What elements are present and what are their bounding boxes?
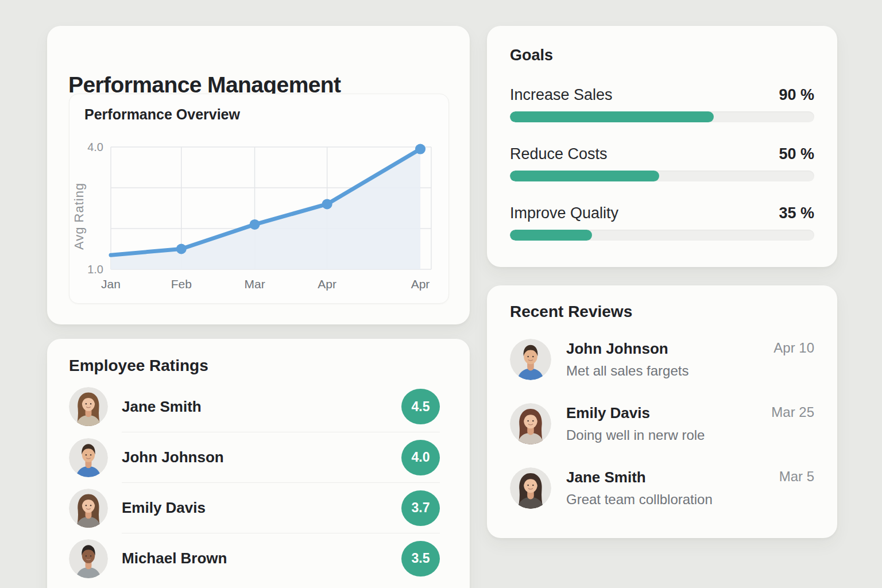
svg-text:Jan: Jan: [101, 277, 121, 291]
goal-progress-track: [510, 111, 814, 122]
employee-name: John Johnson: [122, 448, 224, 466]
goal-progress-fill: [510, 230, 592, 241]
svg-text:Apr: Apr: [411, 277, 430, 291]
divider: [69, 432, 122, 432]
goal-progress-fill: [510, 111, 714, 122]
svg-text:1.0: 1.0: [87, 263, 103, 276]
rating-badge: 3.7: [401, 490, 440, 526]
rating-badge: 4.5: [401, 389, 440, 424]
avatar: [510, 403, 551, 444]
review-comment: Met all sales fargets: [566, 363, 688, 379]
svg-text:Avg Rating: Avg Rating: [72, 183, 86, 250]
goal-row-improve-quality: Improve Quality 35 %: [510, 204, 814, 241]
goal-progress-track: [510, 230, 814, 241]
review-row-emily-davis[interactable]: Emily Davis Doing well in nerw role Mar …: [510, 392, 814, 456]
goal-progress-fill: [510, 171, 659, 181]
goal-label: Improve Quality: [510, 204, 618, 222]
svg-text:Apr: Apr: [318, 277, 336, 291]
avatar: [510, 339, 551, 380]
employee-row-emily-davis[interactable]: Emily Davis 3.7: [69, 482, 440, 533]
goals-card: Goals Increase Sales 90 % Reduce Costs 5…: [487, 26, 837, 267]
employee-ratings-card: Employee Ratings Jane Smith 4.5: [47, 339, 470, 588]
divider: [69, 533, 122, 533]
review-comment: Doing well in nerw role: [566, 427, 705, 443]
employee-row-jane-smith[interactable]: Jane Smith 4.5: [69, 381, 440, 432]
employee-name: Jane Smith: [122, 398, 202, 416]
review-row-john-johnson[interactable]: John Johnson Met all sales fargets Apr 1…: [510, 327, 814, 392]
rating-badge: 4.0: [401, 440, 440, 475]
goal-label: Reduce Costs: [510, 145, 608, 163]
goal-row-increase-sales: Increase Sales 90 %: [510, 86, 814, 122]
avatar: [69, 387, 108, 426]
employee-ratings-title: Employee Ratings: [69, 357, 440, 375]
divider: [69, 482, 122, 483]
goal-progress-track: [510, 171, 814, 181]
review-date: Apr 10: [773, 340, 814, 356]
svg-text:Mar: Mar: [244, 277, 265, 291]
performance-card: Performance Management Performance Overv…: [47, 26, 470, 324]
avatar: [69, 438, 108, 477]
avatar: [69, 489, 108, 528]
recent-reviews-title: Recent Reviews: [510, 303, 814, 321]
review-date: Mar 25: [771, 404, 814, 420]
goal-label: Increase Sales: [510, 86, 613, 104]
goal-row-reduce-costs: Reduce Costs 50 %: [510, 145, 814, 181]
reviewer-name: Jane Smith: [566, 469, 713, 486]
review-date: Mar 5: [779, 469, 814, 485]
goals-title: Goals: [510, 47, 814, 64]
employee-row-john-johnson[interactable]: John Johnson 4.0: [69, 432, 440, 482]
recent-reviews-card: Recent Reviews John Johnson Met all sale…: [487, 285, 837, 538]
avatar: [69, 539, 108, 578]
reviewer-name: John Johnson: [566, 340, 688, 358]
employee-name: Emily Davis: [122, 499, 206, 517]
performance-overview-card: Performance Overview 4.01.0JanFebMarAprA…: [69, 94, 449, 304]
employee-row-michael-brown[interactable]: Michael Brown 3.5: [69, 533, 440, 583]
review-comment: Great team collbloration: [566, 492, 713, 508]
svg-text:4.0: 4.0: [87, 141, 103, 153]
reviewer-name: Emily Davis: [566, 404, 705, 422]
goal-percent: 90 %: [779, 86, 814, 104]
performance-chart: 4.01.0JanFebMarAprAprAvg Rating: [69, 130, 442, 297]
avatar: [510, 467, 551, 509]
goal-percent: 50 %: [779, 145, 814, 163]
rating-badge: 3.5: [401, 541, 440, 577]
goal-percent: 35 %: [779, 204, 814, 222]
svg-text:Feb: Feb: [171, 277, 192, 291]
chart-title: Performance Overview: [84, 106, 240, 123]
employee-name: Michael Brown: [122, 550, 227, 567]
review-row-jane-smith[interactable]: Jane Smith Great team collbloration Mar …: [510, 456, 814, 520]
